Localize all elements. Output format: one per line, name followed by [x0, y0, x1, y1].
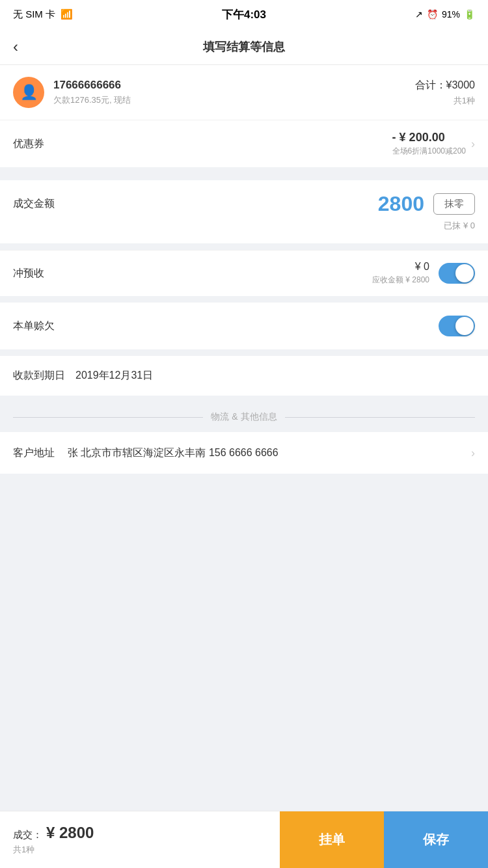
advance-toggle-knob	[455, 264, 474, 282]
hold-button[interactable]: 挂单	[280, 811, 384, 869]
coupon-chevron-icon: ›	[471, 137, 475, 151]
status-bar: 无 SIM 卡 📶 下午4:03 ↗ ⏰ 91% 🔋	[0, 0, 488, 29]
bottom-toolbar: 成交： ¥ 2800 共1种 挂单 保存	[0, 811, 488, 868]
address-label: 客户地址	[13, 445, 55, 460]
advance-amount: ¥ 0	[372, 261, 429, 273]
customer-info: 17666666666 欠款1276.35元, 现结	[53, 79, 131, 106]
address-section[interactable]: 客户地址 张 北京市市辖区海淀区永丰南 156 6666 6666 ›	[0, 432, 488, 474]
bottom-summary: 成交： ¥ 2800 共1种	[0, 824, 280, 856]
amount-sub: 已抹 ¥ 0	[13, 220, 475, 232]
bottom-deal-row: 成交： ¥ 2800	[13, 824, 267, 842]
amount-value: 2800	[378, 192, 424, 216]
round-button[interactable]: 抹零	[433, 193, 475, 215]
customer-total: 合计：¥3000	[415, 79, 476, 92]
divider-text: 物流 & 其他信息	[211, 411, 277, 423]
amount-label: 成交金额	[13, 197, 55, 211]
alarm-icon: ⏰	[427, 9, 438, 20]
coupon-right: - ¥ 200.00 全场6折满1000减200 ›	[392, 131, 475, 157]
separator-2	[0, 296, 488, 303]
coupon-amount: - ¥ 200.00	[392, 131, 466, 144]
wifi-icon: 📶	[61, 8, 73, 20]
debit-section: 本单赊欠	[0, 303, 488, 349]
main-content: 👤 17666666666 欠款1276.35元, 现结 合计：¥3000 共1…	[0, 65, 488, 636]
advance-right: ¥ 0 应收金额 ¥ 2800	[372, 261, 475, 286]
amount-section: 成交金额 2800 抹零 已抹 ¥ 0	[0, 180, 488, 243]
bottom-deal-label: 成交：	[13, 829, 42, 841]
status-right: ↗ ⏰ 91% 🔋	[415, 9, 475, 20]
customer-count: 共1种	[415, 95, 476, 107]
bottom-count: 共1种	[13, 844, 267, 856]
advance-sub: 应收金额 ¥ 2800	[372, 275, 429, 286]
nav-bar: ‹ 填写结算等信息	[0, 29, 488, 65]
due-date-label: 收款到期日	[13, 369, 65, 383]
save-button[interactable]: 保存	[384, 811, 488, 869]
separator-1	[0, 174, 488, 180]
avatar: 👤	[13, 77, 44, 108]
coupon-desc: 全场6折满1000减200	[392, 146, 466, 157]
location-icon: ↗	[415, 9, 423, 20]
back-button[interactable]: ‹	[13, 38, 18, 56]
battery-level: 91%	[442, 9, 460, 20]
advance-row: 冲预收 ¥ 0 应收金额 ¥ 2800	[0, 250, 488, 296]
advance-value-block: ¥ 0 应收金额 ¥ 2800	[372, 261, 429, 286]
bottom-deal-amount: ¥ 2800	[46, 824, 94, 842]
coupon-info: - ¥ 200.00 全场6折满1000减200	[392, 131, 466, 157]
divider-line-right	[285, 417, 475, 418]
advance-label: 冲预收	[13, 267, 44, 280]
due-date-section: 收款到期日 2019年12月31日	[0, 356, 488, 396]
address-value: 张 北京市市辖区海淀区永丰南 156 6666 6666	[68, 445, 465, 461]
amount-right: 2800 抹零	[378, 192, 475, 216]
customer-row: 👤 17666666666 欠款1276.35元, 现结 合计：¥3000 共1…	[0, 65, 488, 120]
due-date-value: 2019年12月31日	[75, 369, 153, 383]
page-title: 填写结算等信息	[203, 39, 285, 55]
divider-line-left	[13, 417, 203, 418]
customer-debt: 欠款1276.35元, 现结	[53, 94, 131, 106]
gray-filler	[0, 480, 488, 571]
section-divider: 物流 & 其他信息	[0, 402, 488, 432]
debit-toggle[interactable]	[439, 316, 475, 336]
sim-status: 无 SIM 卡	[13, 8, 55, 21]
address-chevron-icon: ›	[471, 446, 475, 460]
amount-row: 成交金额 2800 抹零	[13, 192, 475, 216]
customer-right: 合计：¥3000 共1种	[415, 79, 476, 107]
due-date-row: 收款到期日 2019年12月31日	[13, 369, 475, 383]
advance-toggle[interactable]	[439, 263, 475, 284]
debit-label: 本单赊欠	[13, 319, 55, 333]
customer-phone: 17666666666	[53, 79, 131, 92]
customer-card: 👤 17666666666 欠款1276.35元, 现结 合计：¥3000 共1…	[0, 65, 488, 167]
customer-left: 👤 17666666666 欠款1276.35元, 现结	[13, 77, 131, 108]
debit-toggle-knob	[455, 317, 474, 335]
battery-icon: 🔋	[464, 9, 475, 20]
status-time: 下午4:03	[222, 7, 266, 22]
avatar-icon: 👤	[20, 84, 38, 101]
coupon-row[interactable]: 优惠券 - ¥ 200.00 全场6折满1000减200 ›	[0, 120, 488, 167]
coupon-label: 优惠券	[13, 137, 44, 151]
status-left: 无 SIM 卡 📶	[13, 8, 73, 21]
